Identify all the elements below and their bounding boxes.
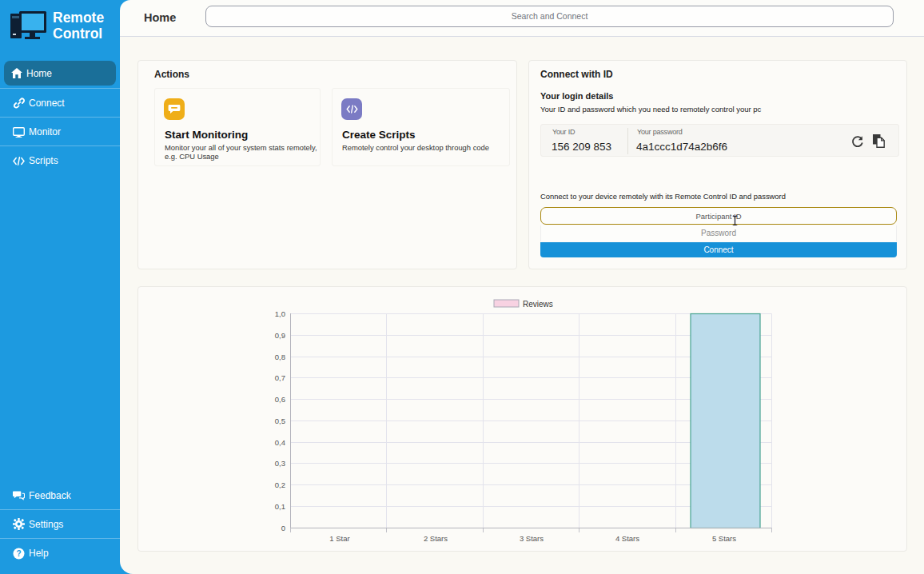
- svg-text:0,4: 0,4: [275, 438, 285, 447]
- svg-text:3 Stars: 3 Stars: [520, 534, 544, 543]
- svg-text:0,3: 0,3: [275, 459, 285, 468]
- svg-text:4 Stars: 4 Stars: [615, 534, 639, 543]
- svg-text:0,9: 0,9: [275, 331, 285, 340]
- svg-text:0,1: 0,1: [275, 502, 285, 511]
- svg-text:1 Star: 1 Star: [329, 534, 349, 543]
- svg-text:0,5: 0,5: [275, 417, 285, 425]
- svg-text:0,6: 0,6: [275, 395, 285, 404]
- svg-text:Reviews: Reviews: [523, 300, 553, 309]
- svg-text:?: ?: [16, 549, 21, 558]
- svg-text:1,0: 1,0: [275, 309, 285, 318]
- svg-text:0: 0: [281, 524, 285, 532]
- svg-text:0,2: 0,2: [275, 480, 285, 489]
- svg-text:5 Stars: 5 Stars: [712, 534, 736, 543]
- svg-text:0,7: 0,7: [275, 373, 285, 382]
- svg-text:2 Stars: 2 Stars: [424, 534, 448, 543]
- svg-text:0,8: 0,8: [275, 353, 285, 361]
